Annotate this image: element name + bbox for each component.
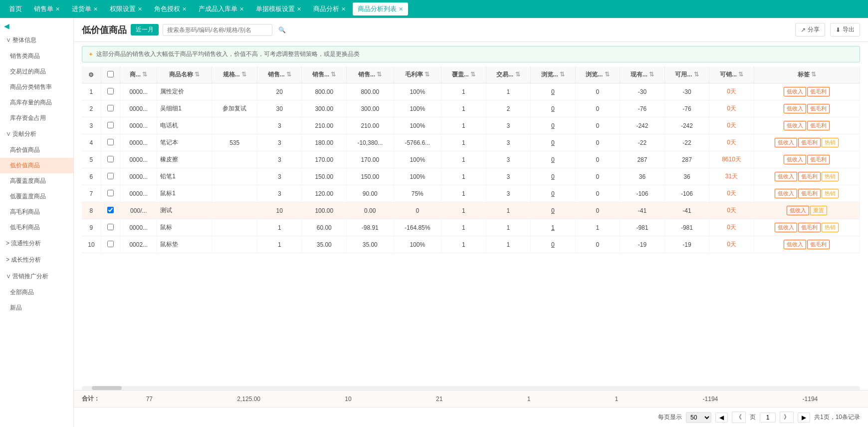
export-button[interactable]: ⬇ 导出 (830, 23, 860, 36)
row-browse1[interactable]: 0 (531, 185, 576, 202)
col-browse1[interactable]: 浏览... ⇅ (531, 66, 576, 83)
row-checkbox[interactable] (107, 173, 114, 179)
sidebar-item-high-stock[interactable]: 高库存量的商品 (0, 95, 73, 110)
col-settings[interactable]: ⚙ (82, 66, 101, 83)
row-browse1[interactable]: 0 (531, 117, 576, 134)
nav-permissions[interactable]: 权限设置 ✕ (105, 2, 147, 15)
row-browse1[interactable]: 0 (531, 168, 576, 185)
row-browse1[interactable]: 0 (531, 134, 576, 151)
nav-product-stock[interactable]: 产成品入库单 ✕ (194, 2, 249, 15)
search-input[interactable] (163, 24, 272, 36)
browse1-link[interactable]: 0 (551, 207, 555, 214)
row-checkbox[interactable] (107, 122, 114, 128)
col-sales2[interactable]: 销售... ⇅ (302, 66, 347, 83)
sidebar-item-all-products[interactable]: 全部商品 (0, 285, 73, 300)
col-cover[interactable]: 覆盖... ⇅ (441, 66, 486, 83)
row-checkbox[interactable] (107, 88, 114, 94)
scrollbar-thumb[interactable] (92, 386, 122, 390)
last-page-btn[interactable]: ▶ (798, 413, 810, 423)
col-gross[interactable]: 毛利率 ⇅ (394, 66, 441, 83)
nav-close-purchase[interactable]: ✕ (93, 6, 98, 12)
browse1-link[interactable]: 1 (551, 224, 555, 231)
page-input[interactable] (760, 413, 776, 423)
prev-page-btn[interactable]: 《 (732, 412, 746, 423)
col-code[interactable]: 商... ⇅ (120, 66, 157, 83)
row-browse1[interactable]: 1 (531, 219, 576, 236)
sidebar-item-stock-capital[interactable]: 库存资金占用 (0, 110, 73, 126)
sidebar-item-low-coverage[interactable]: 低覆盖度商品 (0, 189, 73, 204)
row-checkbox[interactable] (107, 190, 114, 196)
nav-purchase[interactable]: 进货单 ✕ (67, 2, 103, 15)
select-all-checkbox[interactable] (107, 71, 114, 77)
col-sales1[interactable]: 销售... ⇅ (257, 66, 302, 83)
sidebar-group-growth[interactable]: > 成长性分析 (0, 252, 73, 268)
sidebar-item-new-products[interactable]: 新品 (0, 300, 73, 316)
browse1-link[interactable]: 0 (551, 139, 555, 146)
nav-close-template[interactable]: ✕ (297, 6, 301, 12)
nav-goods-analysis[interactable]: 商品分析 ✕ (308, 2, 351, 15)
sidebar-collapse-btn[interactable]: ◀ (4, 22, 9, 30)
browse1-link[interactable]: 0 (551, 190, 555, 197)
sidebar-item-high-margin[interactable]: 高毛利商品 (0, 204, 73, 220)
browse1-link[interactable]: 0 (551, 173, 555, 180)
sidebar-item-low-value[interactable]: 低价值商品 (0, 158, 73, 173)
first-page-btn[interactable]: ◀ (715, 413, 728, 423)
row-checkbox-cell[interactable] (101, 219, 120, 236)
nav-home[interactable]: 首页 (4, 2, 27, 15)
row-checkbox[interactable] (107, 224, 114, 230)
row-browse1[interactable]: 0 (531, 83, 576, 100)
row-checkbox[interactable] (107, 156, 114, 162)
row-checkbox[interactable] (107, 241, 114, 247)
row-browse1[interactable]: 0 (531, 202, 576, 219)
sidebar-item-sales-products[interactable]: 销售类商品 (0, 48, 73, 64)
search-icon[interactable]: 🔍 (278, 26, 286, 33)
col-stock1[interactable]: 现有... ⇅ (620, 66, 665, 83)
nav-sales[interactable]: 销售单 ✕ (29, 2, 65, 15)
col-name[interactable]: 商品名称 ⇅ (157, 66, 212, 83)
nav-close-roles[interactable]: ✕ (182, 6, 187, 12)
col-browse2[interactable]: 浏览... ⇅ (575, 66, 620, 83)
share-button[interactable]: ↗ 分享 (795, 23, 825, 36)
row-checkbox-cell[interactable] (101, 100, 120, 117)
nav-close-sales[interactable]: ✕ (55, 6, 60, 12)
row-checkbox-cell[interactable] (101, 83, 120, 100)
col-trade[interactable]: 交易... ⇅ (486, 66, 531, 83)
nav-roles[interactable]: 角色授权 ✕ (149, 2, 192, 15)
horizontal-scrollbar[interactable] (82, 386, 860, 390)
period-button[interactable]: 近一月 (131, 24, 159, 35)
col-stock2[interactable]: 可用... ⇅ (664, 66, 709, 83)
row-checkbox-cell[interactable] (101, 185, 120, 202)
sidebar-group-flow[interactable]: > 流通性分析 (0, 235, 73, 252)
browse1-link[interactable]: 0 (551, 241, 555, 248)
nav-close-permissions[interactable]: ✕ (138, 6, 142, 12)
row-checkbox[interactable] (107, 105, 114, 111)
sidebar-group-overall[interactable]: ∨ 整体信息 (0, 32, 73, 48)
col-checkbox[interactable] (101, 66, 120, 83)
row-checkbox-cell[interactable] (101, 236, 120, 253)
next-page-btn[interactable]: 》 (780, 412, 794, 423)
row-checkbox[interactable] (107, 207, 114, 213)
sidebar-item-low-margin[interactable]: 低毛利商品 (0, 220, 73, 235)
nav-goods-list[interactable]: 商品分析列表 ✕ (353, 2, 408, 15)
sidebar-group-promotion[interactable]: ∨ 营销推广分析 (0, 268, 73, 285)
nav-close-product-stock[interactable]: ✕ (239, 6, 244, 12)
row-browse1[interactable]: 0 (531, 100, 576, 117)
col-sales3[interactable]: 销售... ⇅ (347, 66, 394, 83)
nav-close-goods-list[interactable]: ✕ (399, 6, 403, 12)
browse1-link[interactable]: 0 (551, 122, 555, 129)
sidebar-item-high-coverage[interactable]: 高覆盖度商品 (0, 173, 73, 189)
row-checkbox[interactable] (107, 139, 114, 145)
sidebar-group-contribution[interactable]: ∨ 贡献分析 (0, 126, 73, 142)
row-checkbox-cell[interactable] (101, 151, 120, 168)
sidebar-item-high-value[interactable]: 高价值商品 (0, 142, 73, 158)
row-browse1[interactable]: 0 (531, 151, 576, 168)
sidebar-item-category-sales[interactable]: 商品分类销售率 (0, 79, 73, 95)
col-stock3[interactable]: 可销... ⇅ (709, 66, 754, 83)
nav-template[interactable]: 单据模板设置 ✕ (251, 2, 306, 15)
nav-close-goods-analysis[interactable]: ✕ (341, 6, 346, 12)
col-spec[interactable]: 规格... ⇅ (212, 66, 257, 83)
row-checkbox-cell[interactable] (101, 202, 120, 219)
browse1-link[interactable]: 0 (551, 105, 555, 112)
row-checkbox-cell[interactable] (101, 117, 120, 134)
sidebar-item-traded[interactable]: 交易过的商品 (0, 64, 73, 79)
